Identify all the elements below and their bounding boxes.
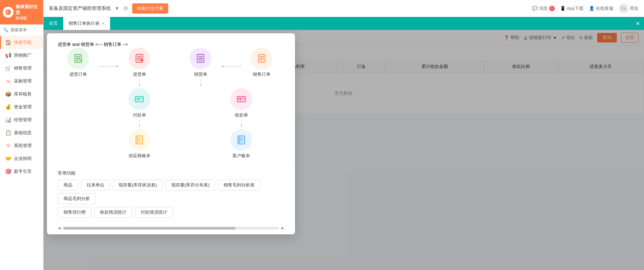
enterprise-icon: 🤝 <box>5 156 11 162</box>
flow-node-customer-ledger: 客户账本 <box>221 129 262 159</box>
sidebar-item-label: 系统管理 <box>14 143 32 149</box>
receipt-circle[interactable]: ¥ <box>230 88 252 110</box>
flow-node-purchase: 进货单 <box>119 48 160 77</box>
scroll-track[interactable] <box>63 227 279 230</box>
app-download-item[interactable]: 📱 App下载 <box>560 5 584 12</box>
app-download-label: App下载 <box>567 5 584 12</box>
content-area: ❓ 帮助 🖨 按模板打印 ▼ ↗ 导出 ↻ 刷新 查询 设置 <box>43 30 644 270</box>
sidebar-item-operations[interactable]: 📊 经营管理 <box>0 113 43 126</box>
sidebar-item-marketing[interactable]: 📢 营销推广 <box>0 49 43 62</box>
purchase-icon: 🛍 <box>5 78 11 84</box>
online-service-label: 在线客服 <box>596 5 613 12</box>
experience-btn[interactable]: 体验行业方案 <box>132 3 168 14</box>
common-title: 常用功能 <box>58 170 284 176</box>
logo-icon: 6 <box>3 7 14 18</box>
scroll-left-arrow[interactable]: ◀ <box>58 226 60 230</box>
payment-circle[interactable]: ¥ <box>128 88 150 110</box>
sidebar: 6 畅康通好生意 标准版 🔍 搜索菜单 🏠 快捷导航 📢 营销推广 🛒 销售管理… <box>0 0 43 270</box>
btn-payment-stat[interactable]: 付款情况统计 <box>135 207 173 218</box>
chevron-down-icon: ▼ <box>115 6 119 11</box>
btn-receipt-stat[interactable]: 收款情况统计 <box>94 207 132 218</box>
sidebar-item-inventory[interactable]: 📦 库存核算 <box>0 88 43 101</box>
sidebar-item-enterprise[interactable]: 🤝 企业协同 <box>0 152 43 165</box>
scroll-right-arrow[interactable]: ▶ <box>281 226 284 230</box>
message-item[interactable]: 💬 消息 6 <box>532 5 555 12</box>
topbar: 装备及固定资产辅助管理系统 ▼ ⚙ 体验行业方案 💬 消息 6 📱 App下载 … <box>43 0 644 17</box>
sidebar-item-label: 新手引导 <box>14 168 32 175</box>
guide-icon: 🎯 <box>5 168 11 175</box>
tabbar-close-btn[interactable]: ✕ <box>631 17 644 30</box>
supplier-ledger-label: 供应商账本 <box>128 153 151 159</box>
app-logo: 6 畅康通好生意 标准版 <box>0 0 43 24</box>
app-sub: 标准版 <box>16 16 40 20</box>
svg-rect-29 <box>137 136 138 144</box>
message-icon: 💬 <box>532 6 538 11</box>
system-title: 装备及固定资产辅助管理系统 <box>49 5 111 12</box>
btn-stock-status[interactable]: 现存量(库存状况表) <box>113 180 163 191</box>
purchase-order-label: 进货订单 <box>69 71 87 77</box>
avatar: Ea <box>619 4 628 13</box>
arrow-down-purchase <box>138 79 141 87</box>
quick-nav-icon: 🏠 <box>5 39 11 46</box>
modal-scrollbar: ◀ ▶ <box>47 226 295 234</box>
svg-text:¥: ¥ <box>137 97 139 101</box>
customer-ledger-circle[interactable] <box>230 129 252 151</box>
sidebar-item-guide[interactable]: 🎯 新手引导 <box>0 165 43 178</box>
btn-goods[interactable]: 商品 <box>58 180 78 191</box>
purchase-order-circle[interactable] <box>67 48 89 69</box>
sidebar-item-label: 营销推广 <box>14 52 32 58</box>
download-icon: 📱 <box>560 6 565 11</box>
sidebar-item-label: 采购管理 <box>14 78 32 84</box>
common-section: 常用功能 商品 往来单位 现存量(库存状况表) 现存量(库存分布表) 销售毛利分… <box>47 166 295 226</box>
flow-node-sales: 销货单 <box>180 48 221 77</box>
common-btns-row1: 商品 往来单位 现存量(库存状况表) 现存量(库存分布表) 销售毛利分析表 商品… <box>58 180 284 204</box>
overlay[interactable]: 进货单 and 销货单 <--- 销售订单 --> <box>43 30 644 270</box>
sidebar-item-label: 基础信息 <box>14 130 32 136</box>
sidebar-item-basics[interactable]: 📋 基础信息 <box>0 126 43 139</box>
gear-icon[interactable]: ⚙ <box>123 5 128 12</box>
flow-modal: 进货单 and 销货单 <--- 销售订单 --> <box>47 33 295 234</box>
operations-icon: 📊 <box>5 117 11 123</box>
inventory-icon: 📦 <box>5 91 11 97</box>
finance-icon: 💰 <box>5 104 11 110</box>
btn-sales-profit[interactable]: 销售毛利分析表 <box>218 180 260 191</box>
arrow-down-payment <box>138 120 141 128</box>
sidebar-item-label: 资金管理 <box>14 104 32 110</box>
sidebar-item-label: 企业协同 <box>14 156 32 162</box>
sidebar-item-quick-nav[interactable]: 🏠 快捷导航 <box>0 36 43 49</box>
btn-partner[interactable]: 往来单位 <box>81 180 110 191</box>
btn-goods-profit[interactable]: 商品毛利分析 <box>58 193 96 204</box>
arrow-down-receipt <box>240 120 243 128</box>
sales-circle[interactable] <box>190 48 211 69</box>
purchase-circle[interactable] <box>128 48 150 69</box>
tab-home-label: 首页 <box>49 20 58 26</box>
user-item[interactable]: Ea 用友 <box>619 4 639 13</box>
receipt-label: 收款单 <box>235 112 248 118</box>
sales-order-circle[interactable] <box>251 48 273 69</box>
supplier-ledger-circle[interactable] <box>128 129 150 151</box>
sidebar-item-system[interactable]: ⚙ 系统管理 <box>0 139 43 152</box>
sidebar-item-finance[interactable]: 💰 资金管理 <box>0 101 43 113</box>
scroll-thumb <box>63 227 236 230</box>
sidebar-item-purchase[interactable]: 🛍 采购管理 <box>0 75 43 88</box>
marketing-icon: 📢 <box>5 52 11 58</box>
search-menu[interactable]: 🔍 搜索菜单 <box>0 24 43 36</box>
system-dropdown[interactable]: ▼ <box>115 6 119 11</box>
online-service-item[interactable]: 👤 在线客服 <box>589 5 613 12</box>
app-name: 畅康通好生意 <box>16 4 40 16</box>
search-label: 搜索菜单 <box>11 27 27 33</box>
tab-sales-order[interactable]: 销售订单执行表 ✕ <box>63 17 110 30</box>
svg-point-0 <box>5 10 11 15</box>
tab-home[interactable]: 首页 <box>43 17 63 30</box>
sidebar-item-label: 销售管理 <box>14 65 32 71</box>
btn-stock-dist[interactable]: 现存量(库存分布表) <box>166 180 215 191</box>
svg-text:¥: ¥ <box>239 97 241 101</box>
svg-rect-14 <box>198 59 203 61</box>
flow-node-sales-order: 销售订单 <box>241 48 282 77</box>
sidebar-item-label: 经营管理 <box>14 117 32 123</box>
main-area: 装备及固定资产辅助管理系统 ▼ ⚙ 体验行业方案 💬 消息 6 📱 App下载 … <box>43 0 644 270</box>
tab-close-icon[interactable]: ✕ <box>102 21 105 26</box>
sidebar-item-sales[interactable]: 🛒 销售管理 <box>0 62 43 75</box>
sidebar-item-label: 快捷导航 <box>14 39 32 46</box>
btn-sales-rank[interactable]: 销售排行榜 <box>58 207 91 218</box>
